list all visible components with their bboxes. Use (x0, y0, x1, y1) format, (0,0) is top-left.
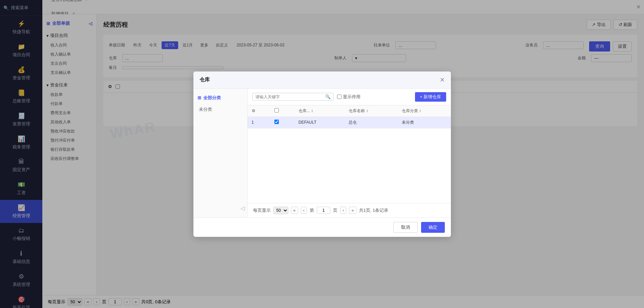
cat-item-未分类[interactable]: 未分类 (193, 104, 247, 115)
dialog-pagination: 每页显示 50 « ‹ 第 页 › » 共1页, 1条记录 (248, 203, 451, 218)
show-disabled-checkbox-label[interactable]: 显示停用 (337, 94, 360, 100)
row-seq: 1 (248, 117, 270, 128)
dialog-page-suffix: 页 (333, 207, 337, 213)
table-header-row: ⚙ 仓库... ↕ 仓库名称 ↕ 仓库分类 ↕ (248, 105, 451, 117)
dialog-title: 仓库 (200, 77, 210, 83)
add-warehouse-button[interactable]: + 新增仓库 (415, 92, 446, 102)
grid-icon-small: ⊞ (198, 95, 201, 100)
search-icon-btn[interactable]: 🔍 (325, 94, 331, 99)
dialog-body: ⊞ 全部分类 未分类 ◁ 🔍 (193, 89, 451, 218)
dialog-per-page-label: 每页显示 (253, 207, 271, 213)
row-category: 未分类 (398, 117, 451, 128)
dialog-table-toolbar: 🔍 显示停用 + 新增仓库 (248, 89, 451, 105)
cancel-button[interactable]: 取消 (393, 222, 418, 233)
row-name: 总仓 (345, 117, 398, 128)
modal-overlay[interactable]: 仓库 ✕ ⊞ 全部分类 未分类 ◁ (0, 0, 644, 308)
dialog-next-page-btn[interactable]: › (340, 207, 346, 214)
dialog-search-input[interactable] (255, 95, 324, 99)
col-name[interactable]: 仓库名称 ↕ (345, 105, 398, 117)
all-categories-label: 全部分类 (203, 95, 221, 101)
dialog-header: 仓库 ✕ (193, 71, 451, 89)
dialog-page-label: 第 (310, 207, 314, 213)
collapse-category-icon[interactable]: ◁ (241, 205, 245, 211)
col-checkbox[interactable] (270, 105, 294, 117)
col-category[interactable]: 仓库分类 ↕ (398, 105, 451, 117)
dialog-page-input[interactable] (317, 207, 330, 214)
show-disabled-label: 显示停用 (343, 94, 360, 100)
dialog-per-page-select[interactable]: 50 (273, 207, 288, 214)
dialog-first-page-btn[interactable]: « (291, 207, 298, 214)
dialog-last-page-btn[interactable]: » (349, 207, 356, 214)
col-settings[interactable]: ⚙ (248, 105, 270, 117)
warehouse-table-body: 1 DEFAULT 总仓 未分类 (248, 117, 451, 128)
dialog-total: 共1页, 1条记录 (359, 207, 389, 213)
row-checkbox[interactable] (270, 117, 294, 128)
confirm-button[interactable]: 确定 (421, 222, 445, 233)
warehouse-dialog: 仓库 ✕ ⊞ 全部分类 未分类 ◁ (193, 71, 451, 237)
table-row[interactable]: 1 DEFAULT 总仓 未分类 (248, 117, 451, 128)
dialog-footer: 取消 确定 (193, 218, 451, 237)
warehouse-table: ⚙ 仓库... ↕ 仓库名称 ↕ 仓库分类 ↕ 1 DEFAULT 总仓 未分类 (248, 105, 451, 128)
category-panel: ⊞ 全部分类 未分类 ◁ (193, 89, 248, 218)
dialog-search-box: 🔍 (252, 93, 334, 101)
select-all-dialog[interactable] (274, 108, 279, 112)
dialog-table-panel: 🔍 显示停用 + 新增仓库 ⚙ (248, 89, 451, 218)
category-items: 未分类 (193, 104, 247, 115)
row-code: DEFAULT (294, 117, 345, 128)
show-disabled-checkbox[interactable] (337, 95, 341, 99)
dialog-prev-page-btn[interactable]: ‹ (301, 207, 307, 214)
col-code[interactable]: 仓库... ↕ (294, 105, 345, 117)
dialog-close-button[interactable]: ✕ (440, 76, 445, 84)
all-categories-header[interactable]: ⊞ 全部分类 (193, 92, 247, 104)
dialog-table-scroll: ⚙ 仓库... ↕ 仓库名称 ↕ 仓库分类 ↕ 1 DEFAULT 总仓 未分类 (248, 105, 451, 203)
